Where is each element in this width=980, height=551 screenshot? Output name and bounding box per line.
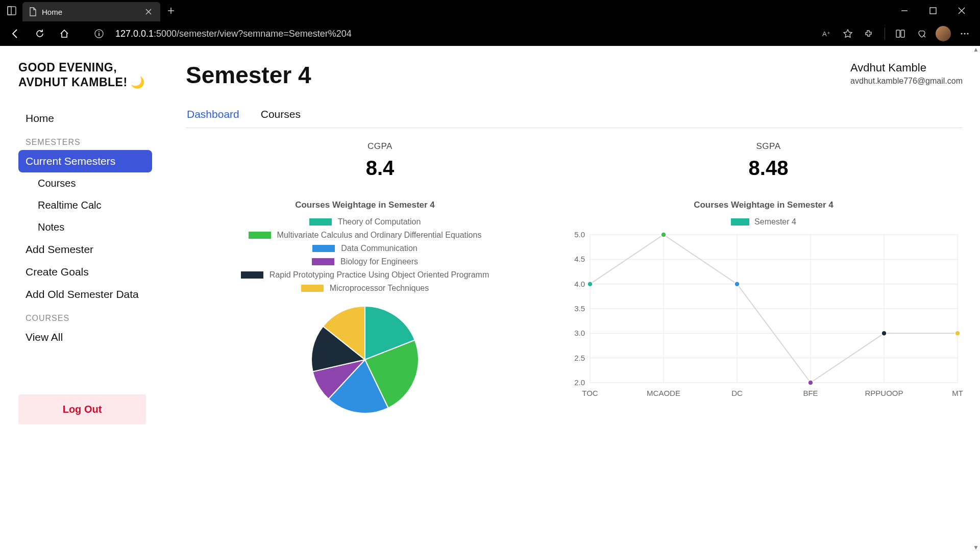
sidebar-item-realtime-calc[interactable]: Realtime Calc: [18, 194, 152, 216]
url-text[interactable]: 127.0.0.1:5000/semester/view?semname=Sem…: [113, 29, 812, 39]
x-axis-label: MT: [952, 389, 963, 397]
x-axis-label: BFE: [803, 389, 818, 397]
scroll-up-indicator[interactable]: ▲: [973, 46, 979, 53]
y-axis-label: 3.5: [574, 304, 585, 313]
address-bar: 127.0.0.1:5000/semester/view?semname=Sem…: [0, 21, 980, 46]
main-content: Semester 4 Avdhut Kamble avdhut.kamble77…: [158, 46, 980, 551]
y-axis-label: 4.0: [574, 280, 585, 288]
refresh-button[interactable]: [30, 23, 50, 44]
svg-point-9: [961, 33, 962, 34]
sidebar-item-home[interactable]: Home: [18, 107, 152, 130]
url-host: 127.0.0.1: [115, 29, 154, 39]
sidebar-item-notes[interactable]: Notes: [18, 216, 152, 238]
charts-row: Courses Weightage in Semester 4 Theory o…: [186, 200, 963, 418]
line-point: [881, 331, 887, 336]
sidebar: Good Evening, Avdhut Kamble! 🌙 Home Seme…: [0, 46, 158, 551]
window-maximize-button[interactable]: [919, 0, 947, 21]
url-path: :5000/semester/view?semname=Semester%204: [154, 29, 352, 39]
pie-legend-swatch: [309, 218, 332, 226]
metric-cgpa: CGPA 8.4: [186, 141, 574, 180]
cgpa-label: CGPA: [186, 141, 574, 152]
sidebar-item-create-goals[interactable]: Create Goals: [18, 261, 152, 283]
line-point: [734, 282, 740, 287]
sidebar-item-add-old-semester[interactable]: Add Old Semester Data: [18, 283, 152, 306]
svg-rect-8: [901, 30, 904, 37]
user-name: Avdhut Kamble: [850, 61, 963, 74]
site-info-button[interactable]: [89, 23, 109, 44]
pie-legend-label: Data Communication: [341, 244, 417, 253]
tab-courses[interactable]: Courses: [260, 108, 302, 128]
sidebar-item-courses[interactable]: Courses: [18, 172, 152, 194]
collections-button[interactable]: [912, 23, 932, 44]
pie-legend-label: Multivariate Calculus and Ordinary Diffe…: [277, 231, 482, 240]
line-point: [955, 331, 960, 336]
x-axis-label: RPPUOOP: [865, 389, 903, 397]
scroll-down-indicator[interactable]: ▼: [973, 544, 979, 551]
more-button[interactable]: [954, 23, 975, 44]
pie-legend: Theory of ComputationMultivariate Calcul…: [186, 217, 544, 293]
line-legend: Semester 4: [565, 217, 963, 227]
greeting-line1: Good Evening,: [18, 61, 117, 74]
line-chart-panel: Courses Weightage in Semester 4 Semester…: [565, 200, 963, 418]
y-axis-label: 4.5: [574, 255, 585, 263]
logout-button[interactable]: Log Out: [18, 394, 146, 424]
line-point: [808, 380, 813, 385]
pie-legend-label: Microprocessor Techniques: [330, 284, 429, 293]
user-block: Avdhut Kamble avdhut.kamble776@gmail.com: [850, 61, 963, 86]
sgpa-label: SGPA: [574, 141, 963, 152]
svg-point-10: [964, 33, 965, 34]
main-header: Semester 4 Avdhut Kamble avdhut.kamble77…: [186, 61, 963, 89]
home-button[interactable]: [54, 23, 75, 44]
svg-point-11: [967, 33, 968, 34]
pie-legend-label: Theory of Computation: [338, 217, 421, 227]
new-tab-button[interactable]: [162, 2, 180, 19]
x-axis-label: DC: [731, 389, 743, 397]
x-axis-label: MCAODE: [647, 389, 680, 397]
avatar: [936, 26, 951, 41]
x-axis-label: TOC: [582, 389, 598, 397]
tab-bar: Home: [0, 0, 980, 21]
pie-legend-item: Theory of Computation: [309, 217, 421, 227]
window-minimize-button[interactable]: [890, 0, 919, 21]
svg-rect-5: [99, 33, 100, 36]
page-title: Semester 4: [186, 61, 311, 89]
line-chart: 5.04.54.03.53.02.52.0TOCMCAODEDCBFERPPUO…: [565, 230, 963, 403]
y-axis-label: 2.0: [574, 378, 585, 387]
browser-chrome: Home 127.0.0.1: [0, 0, 980, 46]
pie-chart: [306, 301, 424, 418]
profile-button[interactable]: [933, 23, 953, 44]
svg-rect-0: [8, 7, 16, 15]
tab-dashboard[interactable]: Dashboard: [186, 108, 240, 128]
line-legend-swatch: [731, 218, 749, 226]
favorite-button[interactable]: [838, 23, 858, 44]
window-close-button[interactable]: [947, 0, 976, 21]
pie-legend-item: Biology for Engineers: [312, 257, 418, 266]
sidebar-item-view-all[interactable]: View All: [18, 326, 152, 348]
pie-legend-item: Data Communication: [312, 244, 417, 253]
sidebar-item-current-semesters[interactable]: Current Semesters: [18, 150, 152, 172]
line-point: [661, 232, 666, 237]
greeting: Good Evening, Avdhut Kamble! 🌙: [18, 60, 152, 90]
content-tabs: Dashboard Courses: [186, 108, 963, 128]
svg-rect-2: [930, 8, 936, 14]
y-axis-label: 5.0: [574, 230, 585, 239]
y-axis-label: 3.0: [574, 329, 585, 337]
y-axis-label: 2.5: [574, 354, 585, 362]
svg-point-4: [99, 31, 100, 32]
close-tab-button[interactable]: [144, 7, 153, 16]
tab-overview-button[interactable]: [4, 3, 19, 18]
browser-tab-home[interactable]: Home: [22, 2, 160, 21]
svg-text:A⁺: A⁺: [822, 30, 830, 38]
read-aloud-button[interactable]: A⁺: [816, 23, 837, 44]
sidebar-item-add-semester[interactable]: Add Semester: [18, 238, 152, 261]
back-button[interactable]: [5, 23, 26, 44]
extensions-button[interactable]: [859, 23, 879, 44]
pie-legend-swatch: [249, 232, 271, 239]
split-screen-button[interactable]: [890, 23, 911, 44]
pie-legend-item: Rapid Prototyping Practice Using Object …: [241, 270, 489, 280]
sgpa-value: 8.48: [574, 157, 963, 180]
line-legend-label: Semester 4: [754, 217, 796, 227]
pie-legend-item: Microprocessor Techniques: [301, 284, 429, 293]
greeting-line2: Avdhut Kamble!: [18, 76, 128, 89]
pie-legend-label: Rapid Prototyping Practice Using Object …: [270, 270, 489, 280]
